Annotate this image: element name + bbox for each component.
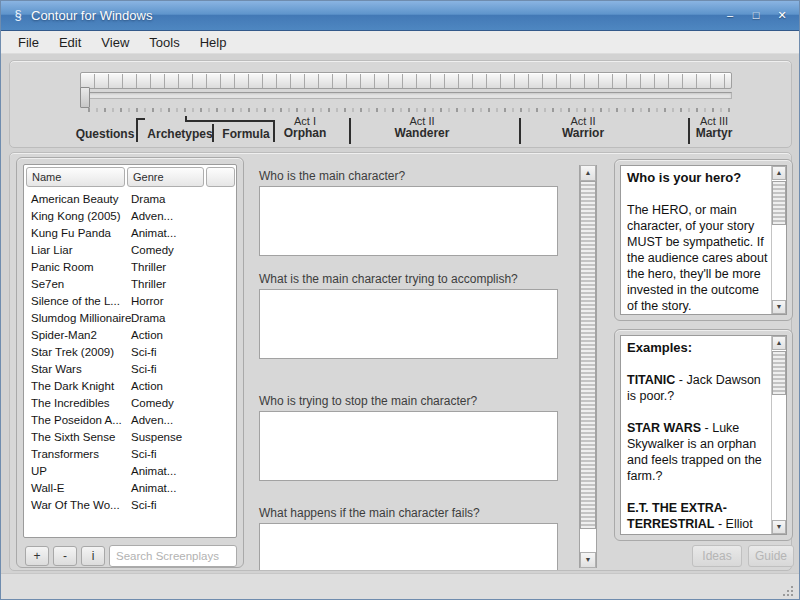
screenplay-library: Name Genre American BeautyDrama King Kon… — [16, 157, 244, 568]
table-row[interactable]: War Of The Wo...Sci-fi — [24, 497, 236, 514]
table-row[interactable]: The Sixth SenseSuspense — [24, 429, 236, 446]
table-row[interactable]: Liar LiarComedy — [24, 242, 236, 259]
maximize-icon[interactable]: □ — [747, 8, 765, 24]
scrollbar-thumb[interactable] — [580, 181, 596, 529]
answer-antagonist[interactable] — [259, 411, 558, 481]
example-entry: STAR WARS - Luke Skywalker is an orphan … — [627, 420, 768, 484]
table-row[interactable]: Wall-EAnimat... — [24, 480, 236, 497]
hero-help-body: The HERO, or main character, of your sto… — [627, 203, 767, 313]
scroll-down-icon[interactable]: ▼ — [772, 300, 786, 314]
screenplay-list[interactable]: Name Genre American BeautyDrama King Kon… — [23, 164, 237, 538]
scroll-up-icon[interactable]: ▲ — [772, 166, 786, 180]
menu-view[interactable]: View — [92, 33, 138, 52]
question-label-1: Who is the main character? — [259, 169, 405, 183]
questions-scrollbar[interactable]: ▲ ▼ — [579, 165, 597, 568]
table-row[interactable]: King Kong (2005)Adven... — [24, 208, 236, 225]
timeline-segment-strip[interactable] — [80, 72, 732, 89]
table-row[interactable]: Kung Fu PandaAnimat... — [24, 225, 236, 242]
close-icon[interactable]: ✕ — [773, 8, 791, 24]
act-1-label[interactable]: Act I Orphan — [270, 115, 340, 140]
table-row[interactable]: Slumdog MillionaireDrama — [24, 310, 236, 327]
answer-accomplish[interactable] — [259, 289, 558, 359]
examples-help-box: Examples: TITANIC - Jack Dawson is poor.… — [620, 335, 787, 535]
act-2b-label[interactable]: Act II Warrior — [543, 115, 623, 140]
remove-screenplay-button[interactable]: - — [53, 546, 77, 566]
question-label-4: What happens if the main character fails… — [259, 506, 480, 520]
timeline-slider-thumb[interactable] — [80, 87, 90, 108]
scrollbar-thumb[interactable] — [772, 181, 786, 225]
table-row[interactable]: The Dark KnightAction — [24, 378, 236, 395]
example-entry: E.T. THE EXTRA-TERRESTRIAL - Elliot has … — [627, 500, 768, 535]
table-row[interactable]: Spider-Man2Action — [24, 327, 236, 344]
menu-tools[interactable]: Tools — [140, 33, 188, 52]
hero-scrollbar[interactable]: ▲ ▼ — [771, 166, 786, 314]
table-row[interactable]: TransformersSci-fi — [24, 446, 236, 463]
screenplay-rows: American BeautyDrama King Kong (2005)Adv… — [24, 191, 236, 514]
timeline-slider-track[interactable] — [86, 92, 732, 99]
table-row[interactable]: The Poseidon A...Adven... — [24, 412, 236, 429]
timeline-panel: Questions Archetypes Formula Act I Orpha… — [9, 60, 792, 148]
menu-file[interactable]: File — [9, 33, 48, 52]
column-header-blank[interactable] — [206, 167, 235, 187]
guide-button[interactable]: Guide — [748, 545, 794, 567]
title-bar: § Contour for Windows – □ ✕ — [1, 1, 799, 31]
table-row[interactable]: Se7enThriller — [24, 276, 236, 293]
hero-help-text: Who is your hero? The HERO, or main char… — [627, 170, 768, 314]
hero-help-group: Who is your hero? The HERO, or main char… — [614, 159, 793, 321]
info-button[interactable]: i — [81, 546, 105, 566]
column-header-genre[interactable]: Genre — [127, 167, 204, 187]
status-bar — [1, 573, 799, 600]
tab-questions[interactable]: Questions — [62, 127, 148, 141]
examples-scrollbar[interactable]: ▲ ▼ — [771, 336, 786, 534]
column-header-name[interactable]: Name — [26, 167, 125, 187]
scroll-down-icon[interactable]: ▼ — [772, 520, 786, 534]
ideas-button[interactable]: Ideas — [692, 545, 742, 567]
add-screenplay-button[interactable]: + — [25, 546, 49, 566]
search-input[interactable] — [109, 545, 237, 567]
scroll-down-icon[interactable]: ▼ — [580, 552, 596, 568]
table-row[interactable]: Panic RoomThriller — [24, 259, 236, 276]
examples-help-group: Examples: TITANIC - Jack Dawson is poor.… — [614, 329, 793, 541]
resize-grip[interactable] — [791, 594, 793, 596]
hero-help-box: Who is your hero? The HERO, or main char… — [620, 165, 787, 315]
scroll-up-icon[interactable]: ▲ — [772, 336, 786, 350]
window-controls: – □ ✕ — [721, 8, 791, 24]
tab-archetypes[interactable]: Archetypes — [140, 127, 220, 141]
examples-help-text: Examples: TITANIC - Jack Dawson is poor.… — [627, 340, 768, 535]
timeline-separator — [349, 118, 351, 144]
table-row[interactable]: Silence of the L...Horror — [24, 293, 236, 310]
menu-edit[interactable]: Edit — [50, 33, 90, 52]
hero-help-title: Who is your hero? — [627, 170, 741, 185]
example-entry: TITANIC - Jack Dawson is poor.? — [627, 372, 768, 404]
questions-region: Who is the main character? What is the m… — [248, 155, 612, 570]
tab-formula[interactable]: Formula — [216, 127, 276, 141]
menu-help[interactable]: Help — [191, 33, 236, 52]
minimize-icon[interactable]: – — [721, 8, 739, 24]
main-panel: Name Genre American BeautyDrama King Kon… — [9, 152, 792, 571]
timeline-separator — [519, 118, 521, 144]
question-label-2: What is the main character trying to acc… — [259, 272, 518, 286]
answer-main-character[interactable] — [259, 186, 558, 256]
answer-stakes[interactable] — [259, 523, 558, 570]
examples-title: Examples: — [627, 340, 692, 355]
table-row[interactable]: The IncrediblesComedy — [24, 395, 236, 412]
table-row[interactable]: UPAnimat... — [24, 463, 236, 480]
scrollbar-thumb[interactable] — [772, 351, 786, 395]
app-window: § Contour for Windows – □ ✕ File Edit Vi… — [0, 0, 800, 600]
menu-bar: File Edit View Tools Help — [1, 31, 799, 54]
app-icon: § — [11, 7, 25, 23]
scroll-up-icon[interactable]: ▲ — [580, 165, 596, 181]
question-label-3: Who is trying to stop the main character… — [259, 394, 477, 408]
table-row[interactable]: Star WarsSci-fi — [24, 361, 236, 378]
timeline-ticks — [88, 108, 734, 112]
act-3-label[interactable]: Act III Martyr — [679, 115, 749, 140]
table-row[interactable]: Star Trek (2009)Sci-fi — [24, 344, 236, 361]
timeline-separator — [212, 124, 214, 142]
table-row[interactable]: American BeautyDrama — [24, 191, 236, 208]
window-title: Contour for Windows — [31, 1, 152, 30]
act-2a-label[interactable]: Act II Wanderer — [382, 115, 462, 140]
